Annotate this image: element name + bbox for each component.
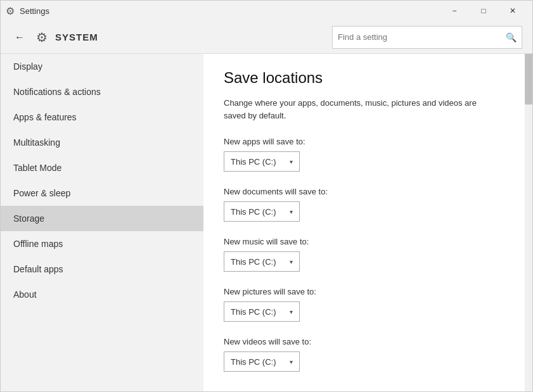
title-bar-controls: − □ ✕ <box>440 1 527 21</box>
dropdown-apps[interactable]: This PC (C:) ▾ <box>224 151 300 172</box>
sidebar-item-apps-features[interactable]: Apps & features <box>1 104 203 130</box>
setting-label-music: New music will save to: <box>224 237 512 246</box>
sidebar-item-about[interactable]: About <box>1 282 203 307</box>
setting-label-videos: New videos will save to: <box>224 337 512 346</box>
search-input[interactable] <box>338 32 506 42</box>
dropdown-videos-value: This PC (C:) <box>231 357 276 367</box>
sidebar-item-power-sleep[interactable]: Power & sleep <box>1 180 203 206</box>
sidebar-item-notifications[interactable]: Notifications & actions <box>1 79 203 104</box>
system-icon: ⚙ <box>36 30 48 45</box>
sidebar-item-display[interactable]: Display <box>1 54 203 79</box>
page-description: Change where your apps, documents, music… <box>224 97 496 122</box>
setting-label-apps: New apps will save to: <box>224 137 512 146</box>
dropdown-music[interactable]: This PC (C:) ▾ <box>224 251 300 272</box>
search-box: 🔍 <box>332 26 522 49</box>
maximize-button[interactable]: □ <box>469 1 498 21</box>
dropdown-apps-value: This PC (C:) <box>231 157 276 167</box>
close-button[interactable]: ✕ <box>498 1 527 21</box>
setting-group-documents: New documents will save to: This PC (C:)… <box>224 187 512 222</box>
setting-group-pictures: New pictures will save to: This PC (C:) … <box>224 287 512 322</box>
sidebar-item-tablet-mode[interactable]: Tablet Mode <box>1 155 203 180</box>
sidebar-item-multitasking[interactable]: Multitasking <box>1 130 203 155</box>
scrollbar-thumb[interactable] <box>525 54 532 104</box>
setting-group-music: New music will save to: This PC (C:) ▾ <box>224 237 512 272</box>
sidebar-item-default-apps[interactable]: Default apps <box>1 256 203 282</box>
app-window: ⚙ Settings − □ ✕ ← ⚙ SYSTEM 🔍 Display No… <box>0 0 533 392</box>
dropdown-pictures-value: This PC (C:) <box>231 307 276 317</box>
settings-window-icon: ⚙ <box>6 5 15 17</box>
search-icon: 🔍 <box>506 32 517 42</box>
scrollbar-track <box>525 54 532 391</box>
setting-label-documents: New documents will save to: <box>224 187 512 196</box>
sidebar: Display Notifications & actions Apps & f… <box>1 54 203 391</box>
dropdown-pictures-arrow: ▾ <box>290 308 293 315</box>
title-bar-left: ⚙ Settings <box>6 5 440 17</box>
setting-label-pictures: New pictures will save to: <box>224 287 512 296</box>
dropdown-music-arrow: ▾ <box>290 258 293 265</box>
setting-group-apps: New apps will save to: This PC (C:) ▾ <box>224 137 512 172</box>
dropdown-documents[interactable]: This PC (C:) ▾ <box>224 201 300 222</box>
window-title: Settings <box>20 6 49 16</box>
minimize-button[interactable]: − <box>440 1 469 21</box>
title-bar: ⚙ Settings − □ ✕ <box>1 1 532 21</box>
sidebar-item-offline-maps[interactable]: Offline maps <box>1 231 203 256</box>
setting-group-videos: New videos will save to: This PC (C:) ▾ <box>224 337 512 372</box>
dropdown-documents-value: This PC (C:) <box>231 207 276 217</box>
dropdown-documents-arrow: ▾ <box>290 208 293 215</box>
dropdown-pictures[interactable]: This PC (C:) ▾ <box>224 301 300 322</box>
dropdown-videos-arrow: ▾ <box>290 358 293 365</box>
dropdown-music-value: This PC (C:) <box>231 257 276 267</box>
back-button[interactable]: ← <box>11 28 29 46</box>
content-area: Display Notifications & actions Apps & f… <box>1 54 532 391</box>
page-title: Save locations <box>224 69 512 87</box>
header-bar: ← ⚙ SYSTEM 🔍 <box>1 21 532 54</box>
dropdown-apps-arrow: ▾ <box>290 158 293 165</box>
sidebar-item-storage[interactable]: Storage <box>1 206 203 231</box>
system-title: SYSTEM <box>55 32 324 42</box>
main-content: Save locations Change where your apps, d… <box>203 54 532 391</box>
dropdown-videos[interactable]: This PC (C:) ▾ <box>224 351 300 372</box>
